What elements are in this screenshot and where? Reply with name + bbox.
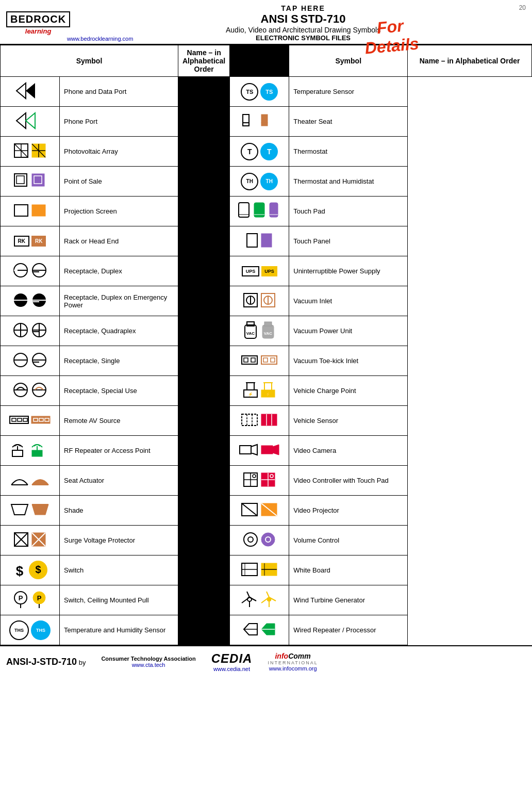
svg-rect-94 [242,414,257,426]
left-name: Shade [60,496,178,526]
right-name: Wind Turbine Generator [289,585,408,615]
left-symbol [1,167,60,197]
svg-point-133 [248,537,253,542]
right-symbol [230,496,289,526]
svg-rect-7 [261,123,268,126]
ansi-title: ANSI S [261,12,298,25]
svg-rect-71 [271,358,275,362]
svg-rect-19 [34,176,42,184]
svg-rect-93 [45,418,49,421]
svg-rect-21 [32,205,45,216]
table-row: Receptacle, Special Use ⚡ [1,376,532,406]
svg-point-113 [253,475,256,478]
left-symbol: RK RK [1,226,60,256]
svg-marker-3 [26,113,35,128]
left-symbol [1,346,60,376]
right-name: Video Projector [289,496,408,526]
left-symbol: P P [1,585,60,615]
svg-rect-26 [270,203,278,217]
svg-rect-92 [39,418,43,421]
left-symbol: THS THS [1,615,60,645]
left-name: Receptacle, Single [60,346,178,376]
infocomm-sub: INTERNATIONAL [268,660,318,665]
left-symbol [1,197,60,226]
left-symbol [1,496,60,526]
svg-line-123 [242,503,257,516]
table-row: P P Switch, Ceiling Mounted Pull [1,585,532,615]
svg-text:⚡: ⚡ [265,391,271,397]
left-name: Rack or Head End [60,226,178,256]
ansi-subtitle: Audio, Video and Architectural Drawing S… [80,26,526,34]
right-name: Touch Pad [289,197,408,226]
right-symbol: VAC VAC [230,316,289,346]
svg-text:$: $ [16,563,24,579]
svg-rect-86 [10,416,28,423]
table-row: Receptacle, Single Vacuum Toe-kic [1,346,532,376]
left-name: Receptacle, Special Use [60,376,178,406]
right-symbol: TS TS [230,77,289,107]
left-symbol [1,526,60,555]
svg-rect-6 [261,115,268,123]
svg-marker-121 [32,504,48,515]
right-name: Theater Seat [289,107,408,137]
cta-name: Consumer Technology Association [101,656,195,662]
footer-infocomm: infoComm INTERNATIONAL www.infocomm.org [268,652,318,672]
table-row: THS THS Temperature and Humidity Sensor [1,615,532,645]
table-row: Surge Voltage Protector Volume Control [1,526,532,555]
svg-rect-91 [34,418,38,421]
right-name: Temperature Sensor [289,77,408,107]
svg-rect-89 [23,418,27,421]
for-details-overlay[interactable]: For Details [362,15,420,58]
right-name: Volume Control [289,526,408,555]
table-row: $ $ Switch [1,555,532,585]
svg-line-151 [242,597,250,603]
svg-rect-104 [240,446,251,454]
right-symbol [230,286,289,316]
svg-rect-59 [264,322,272,326]
right-symbol [230,107,289,137]
left-symbol [1,107,60,137]
left-symbol [1,376,60,406]
table-row: Projection Screen [1,197,532,226]
table-row: RK RK Rack or Head End Touch Panel [1,226,532,256]
left-symbol [1,256,60,286]
cedia-link[interactable]: www.cedia.net [213,666,250,672]
ansi-title-2: STD-710 [301,12,346,25]
svg-rect-70 [263,358,268,362]
left-name: Seat Actuator [60,466,178,496]
left-name: Switch, Ceiling Mounted Pull [60,585,178,615]
table-row: Seat Actuator [1,466,532,496]
cta-link[interactable]: www.cta.tech [132,662,165,668]
left-symbol: $ $ [1,555,60,585]
right-symbol [230,526,289,555]
footer-cedia: CEDIA www.cedia.net [211,651,253,672]
left-symbol [1,436,60,466]
svg-text:VAC: VAC [246,331,255,336]
left-name: Receptacle, Duplex [60,256,178,286]
left-symbol [1,77,60,107]
infocomm-link[interactable]: www.infocomm.org [269,665,317,672]
right-symbol [230,406,289,436]
left-name: RF Repeater or Access Point [60,436,178,466]
left-symbol [1,466,60,496]
website-link[interactable]: www.bedrocklearning.com [67,36,133,42]
svg-marker-0 [16,83,26,99]
svg-rect-17 [16,176,24,184]
page-footer: ANSI-J-STD-710 by Consumer Technology As… [0,645,532,677]
svg-rect-20 [14,205,28,216]
right-name-header: Name – in Alphabetical Order [408,45,532,77]
svg-rect-102 [32,450,42,456]
tap-here-label[interactable]: TAP HERE [80,4,526,12]
table-row: Shade Video Projector [1,496,532,526]
page-header: BEDROCK learning TAP HERE ANSI S For Det… [0,0,532,45]
right-name: Touch Panel [289,226,408,256]
right-symbol [230,226,289,256]
left-symbol [1,286,60,316]
table-row: Remote AV Source Vehicle Sensor [1,406,532,436]
right-symbol: T T [230,137,289,167]
left-name: Switch [60,555,178,585]
table-row: Receptacle, Duplex on Emergency Power [1,286,532,316]
footer-ansi: ANSI-J-STD-710 by [6,657,86,667]
svg-rect-100 [12,450,23,456]
right-name: Video Controller with Touch Pad [289,466,408,496]
